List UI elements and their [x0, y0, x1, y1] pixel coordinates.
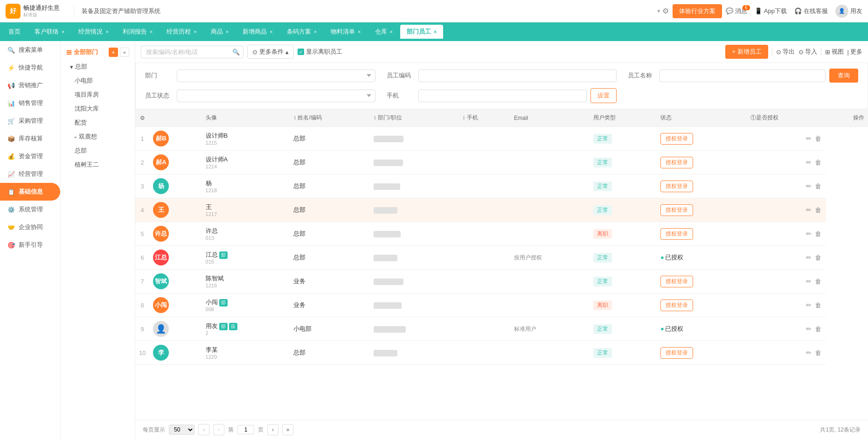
- auth-login-button[interactable]: 授权登录: [660, 133, 693, 145]
- delete-button[interactable]: 🗑: [815, 278, 821, 285]
- delete-button[interactable]: 🗑: [815, 301, 821, 309]
- nav-tab-部门员工[interactable]: 部门员工 ×: [400, 25, 443, 39]
- add-employee-button[interactable]: + 新增员工: [725, 45, 768, 59]
- gear-icon[interactable]: ⚙: [662, 7, 669, 15]
- online-service-button[interactable]: 🎧 在线客服: [794, 7, 828, 15]
- delete-button[interactable]: 🗑: [815, 135, 821, 142]
- close-tab-icon[interactable]: ×: [390, 29, 393, 35]
- delete-button[interactable]: 🗑: [815, 182, 821, 190]
- nav-tab-经营历程[interactable]: 经营历程 ×: [160, 25, 203, 39]
- page-number-input[interactable]: [237, 425, 254, 434]
- edit-button[interactable]: ✏: [806, 349, 812, 356]
- import-button[interactable]: ⊙ 导入: [799, 48, 817, 56]
- delete-button[interactable]: 🗑: [815, 325, 821, 333]
- dept-tree-item[interactable]: 项目库房: [61, 88, 135, 102]
- auth-login-button[interactable]: 授权登录: [660, 276, 693, 287]
- edit-button[interactable]: ✏: [806, 325, 812, 333]
- nav-tab-仓库[interactable]: 仓库 ×: [368, 25, 399, 39]
- close-tab-icon[interactable]: ×: [150, 29, 153, 35]
- close-tab-icon[interactable]: ×: [194, 29, 196, 35]
- sidebar-item-经营管理[interactable]: 📈经营管理: [0, 165, 60, 183]
- sidebar-item-系统管理[interactable]: ⚙️系统管理: [0, 201, 60, 218]
- last-page-button[interactable]: »: [282, 424, 293, 435]
- trial-button[interactable]: 体验行业方案: [673, 4, 722, 18]
- dept-tree-item[interactable]: 总部: [61, 144, 135, 158]
- nav-tab-物料清单[interactable]: 物料清单 ×: [324, 25, 367, 39]
- delete-button[interactable]: 🗑: [815, 206, 821, 214]
- dept-select[interactable]: [177, 70, 375, 82]
- edit-button[interactable]: ✏: [806, 159, 812, 166]
- edit-button[interactable]: ✏: [806, 254, 812, 261]
- sidebar-item-库存核算[interactable]: 📦库存核算: [0, 130, 60, 147]
- dropdown-arrow-icon[interactable]: ▾: [657, 7, 660, 14]
- emp-name-input[interactable]: [660, 70, 826, 82]
- nav-tab-商品[interactable]: 商品 ×: [204, 25, 235, 39]
- col-phone[interactable]: ↕ 手机: [458, 109, 510, 127]
- nav-tab-利润报告[interactable]: 利润报告 ×: [116, 25, 159, 39]
- dept-tree-item[interactable]: 配货: [61, 116, 135, 130]
- collapse-dept-icon[interactable]: «: [120, 48, 129, 57]
- phone-input[interactable]: [418, 90, 587, 102]
- edit-button[interactable]: ✏: [806, 301, 812, 309]
- close-tab-icon[interactable]: ×: [314, 29, 317, 35]
- view-switch-button[interactable]: ⊞ 视图: [825, 48, 844, 56]
- edit-button[interactable]: ✏: [806, 230, 812, 237]
- emp-code-input[interactable]: [418, 70, 617, 82]
- edit-button[interactable]: ✏: [806, 135, 812, 142]
- close-tab-icon[interactable]: ×: [105, 29, 108, 35]
- auth-login-button[interactable]: 授权登录: [660, 228, 693, 240]
- delete-button[interactable]: 🗑: [815, 254, 821, 261]
- close-tab-icon[interactable]: ×: [434, 29, 437, 35]
- close-tab-icon[interactable]: ×: [62, 29, 64, 35]
- dept-tree-item[interactable]: ▾总部: [61, 60, 135, 74]
- first-page-button[interactable]: «: [198, 424, 209, 435]
- nav-tab-首页[interactable]: 首页: [2, 25, 27, 39]
- sidebar-item-采购管理[interactable]: 🛒采购管理: [0, 112, 60, 130]
- col-dept-position[interactable]: ↕ 部门/职位: [370, 109, 459, 127]
- delete-button[interactable]: 🗑: [815, 349, 821, 356]
- auth-login-button[interactable]: 授权登录: [660, 300, 693, 311]
- add-dept-icon[interactable]: +: [109, 48, 118, 57]
- sidebar-item-营销推广[interactable]: 📢营销推广: [0, 77, 60, 94]
- sidebar-item-销售管理[interactable]: 📊销售管理: [0, 94, 60, 112]
- reset-button[interactable]: 设置: [590, 88, 617, 103]
- sidebar-item-新手引导[interactable]: 🎯新手引导: [0, 236, 60, 254]
- dept-tree-item[interactable]: 沈阳大库: [61, 102, 135, 116]
- prev-page-button[interactable]: ‹: [213, 424, 224, 435]
- edit-button[interactable]: ✏: [806, 206, 812, 214]
- show-resigned-toggle[interactable]: ✓ 显示离职员工: [298, 48, 342, 56]
- edit-button[interactable]: ✏: [806, 182, 812, 190]
- sidebar-item-资金管理[interactable]: 💰资金管理: [0, 147, 60, 165]
- more-button[interactable]: | 更多: [847, 48, 862, 56]
- sidebar-item-搜索菜单[interactable]: 🔍搜索菜单: [0, 41, 60, 59]
- dept-tree-item[interactable]: 小电部: [61, 74, 135, 88]
- export-button[interactable]: ⊙ 导出: [776, 48, 795, 56]
- next-page-button[interactable]: ›: [267, 424, 278, 435]
- dept-tree-item[interactable]: 双鹿想: [61, 130, 135, 144]
- close-tab-icon[interactable]: ×: [358, 29, 361, 35]
- emp-status-select[interactable]: [177, 90, 375, 102]
- delete-button[interactable]: 🗑: [815, 230, 821, 237]
- nav-tab-经营情况[interactable]: 经营情况 ×: [72, 25, 115, 39]
- close-tab-icon[interactable]: ×: [226, 29, 229, 35]
- page-size-select[interactable]: 50 100: [169, 425, 194, 435]
- nav-tab-客户联络[interactable]: 客户联络 ×: [28, 25, 71, 39]
- sidebar-item-基础信息[interactable]: 📋基础信息: [0, 183, 60, 201]
- nav-tab-条码方案[interactable]: 条码方案 ×: [280, 25, 323, 39]
- nav-tab-新增商品[interactable]: 新增商品 ×: [236, 25, 279, 39]
- col-name-code[interactable]: ↕ 姓名/编码: [290, 109, 370, 127]
- auth-login-button[interactable]: 授权登录: [660, 204, 693, 216]
- sidebar-item-企业协同[interactable]: 🤝企业协同: [0, 218, 60, 236]
- user-button[interactable]: 👤 用友: [835, 5, 862, 18]
- close-tab-icon[interactable]: ×: [270, 29, 272, 35]
- dept-tree-item[interactable]: 植树王二: [61, 158, 135, 172]
- auth-login-button[interactable]: 授权登录: [660, 347, 693, 359]
- message-button[interactable]: 💬 消息 6: [726, 7, 747, 15]
- more-filter-button[interactable]: ⊙ 更多条件 ▴: [247, 45, 294, 59]
- search-input[interactable]: [141, 46, 243, 58]
- auth-login-button[interactable]: 授权登录: [660, 181, 693, 192]
- col-settings[interactable]: ⚙: [135, 109, 149, 127]
- delete-button[interactable]: 🗑: [815, 159, 821, 166]
- search-icon[interactable]: 🔍: [232, 49, 240, 56]
- auth-login-button[interactable]: 授权登录: [660, 157, 693, 168]
